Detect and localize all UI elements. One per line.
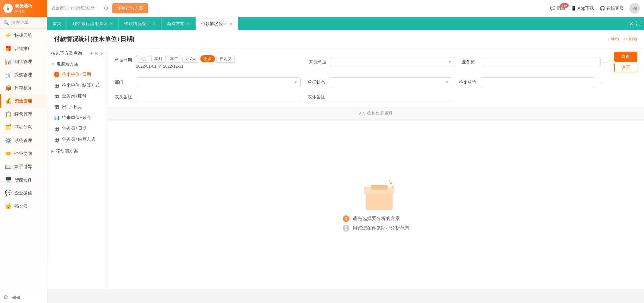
tab-cashflow-close[interactable]: ✕	[110, 21, 113, 26]
system-icon: ⚙️	[5, 137, 12, 144]
date-btn-this-year[interactable]: 本年	[167, 55, 181, 63]
header-note-input[interactable]	[136, 92, 301, 102]
empty-steps: 1 请先选择要分析的方案 2 用过滤条件来缩小分析范围	[343, 215, 409, 232]
date-btn-last-month[interactable]: 上月	[136, 55, 150, 63]
tab-close-all-icon[interactable]: ✕	[629, 21, 633, 27]
sidebar-item-label: 企业协同	[14, 151, 32, 157]
tab-new-label: 新建方案	[167, 21, 184, 27]
sidebar-item-quick-nav[interactable]: ⚡ 快捷导航	[0, 29, 47, 42]
sidebar-item-sales[interactable]: 📊 销售管理	[0, 55, 47, 68]
marketing-icon: 🎁	[5, 45, 12, 52]
query-btn[interactable]: 查询	[614, 52, 637, 62]
tab-new-scheme[interactable]: 新建方案 ✕	[162, 17, 196, 30]
date-btn-more[interactable]: 更多	[200, 55, 215, 62]
docstatus-select[interactable]: ▼	[329, 77, 452, 87]
scheme-item-staff-settle[interactable]: ▦ 业务员+结算方式	[50, 134, 108, 145]
settings-btn[interactable]: 设置	[614, 63, 637, 72]
dept-select[interactable]: ▼	[136, 77, 301, 87]
scheme-group-mobile-header[interactable]: ▶ 移动端方案	[47, 146, 108, 156]
scheme-item-unit-date[interactable]: ✓ 往来单位+日期	[50, 69, 108, 80]
sidebar-item-label: 企业微信	[14, 190, 32, 196]
message-btn[interactable]: 💬 消息 99+	[550, 5, 565, 11]
tab-receipt-stats[interactable]: 收款情况统计 ✕	[119, 17, 162, 30]
sidebar-item-ops[interactable]: 📋 经营管理	[0, 108, 47, 121]
sidebar-item-purchase[interactable]: 🛒 采购管理	[0, 68, 47, 81]
docstatus-select-arrow: ▼	[445, 80, 449, 85]
sidebar-item-system[interactable]: ⚙️ 系统管理	[0, 134, 47, 147]
staff-select[interactable]	[483, 57, 600, 67]
sidebar-item-member[interactable]: 👑 畅会员	[0, 200, 47, 213]
sidebar-item-guide[interactable]: 📖 新手引导	[0, 160, 47, 173]
svg-rect-2	[371, 185, 388, 190]
staff-ellipsis-btn[interactable]: ···	[602, 58, 608, 66]
scheme-item-staff-account[interactable]: ▦ 业务员+账号	[50, 91, 108, 101]
date-btn-this-month[interactable]: 本月	[151, 55, 166, 63]
scheme-panel-header: 按以下方案查询 + ⊙ «	[47, 50, 108, 59]
purchase-icon: 🛒	[5, 71, 12, 78]
sidebar-item-wechat[interactable]: 💬 企业微信	[0, 186, 47, 200]
tab-payment-stats[interactable]: 付款情况统计 ✕	[196, 17, 238, 30]
settings-bottom-icon[interactable]: ⚙	[3, 294, 8, 300]
sales-icon: 📊	[5, 58, 12, 65]
filter-header-note-control	[136, 92, 301, 102]
avatar-text: Rit	[632, 6, 637, 10]
scheme-add-icon[interactable]: +	[90, 51, 93, 56]
hardware-icon: 🖥️	[5, 177, 12, 183]
tab-payment-close[interactable]: ✕	[229, 21, 233, 26]
online-service-btn[interactable]: 🎧 在线客服	[599, 5, 624, 11]
collapse-sidebar-icon[interactable]: ◀◀	[11, 294, 20, 300]
logo-icon: 6	[3, 4, 13, 13]
logo-title: 畅捷通巧	[15, 3, 32, 9]
scheme-item-dept-date[interactable]: ▦ 部门+日期	[50, 101, 108, 112]
sidebar-item-hardware[interactable]: 🖥️ 智能硬件	[0, 173, 47, 186]
tab-home[interactable]: 首页	[47, 17, 67, 30]
filter-docstatus-label: 单据状态	[308, 77, 326, 85]
refresh-label: 刷新	[628, 36, 637, 42]
unit-select[interactable]	[480, 77, 596, 87]
tab-new-close[interactable]: ✕	[186, 21, 190, 26]
step-num-2: 2	[343, 225, 349, 232]
sidebar-item-capital[interactable]: 💰 资金管理	[0, 94, 47, 108]
app-download-btn[interactable]: 📱 App下载	[571, 5, 594, 11]
scheme-settings-icon[interactable]: ⊙	[95, 51, 99, 56]
filter-row-3: 表头备注 表体备注	[115, 92, 637, 102]
export-btn[interactable]: ↑ 导出	[607, 36, 620, 42]
scheme-item-staff-date[interactable]: ▦ 业务员+日期	[50, 123, 108, 134]
source-select[interactable]: ▼	[330, 57, 455, 67]
tab-cashflow[interactable]: 现金银行流水查询 ✕	[67, 17, 119, 30]
empty-step-2: 2 用过滤条件来缩小分析范围	[343, 225, 409, 232]
service-icon: 🎧	[599, 6, 605, 11]
search-label: 搜索菜单	[11, 20, 29, 26]
export-label: 导出	[611, 36, 619, 42]
filter-body-note-control	[329, 92, 452, 102]
scheme-item-unit-settle[interactable]: ▦ 往来单位+结算方式	[50, 80, 108, 91]
scheme-collapse-icon[interactable]: «	[101, 51, 104, 56]
sidebar-item-label: 经营管理	[14, 111, 32, 117]
topbar-gear-icon[interactable]: ⚙	[104, 5, 108, 11]
filter-action-btns: 查询 设置	[608, 52, 637, 72]
body-note-input[interactable]	[329, 92, 452, 102]
scheme-item-unit-account[interactable]: 📊 往来单位+账号	[50, 112, 108, 123]
sidebar-item-basic[interactable]: 🗂️ 基础信息	[0, 121, 47, 134]
date-btn-custom[interactable]: 自定义	[216, 55, 235, 63]
sidebar-item-marketing[interactable]: 🎁 营销推广	[0, 42, 47, 55]
search-menu[interactable]: 🔍 搜索菜单	[0, 17, 47, 29]
scheme-item-dept-date-label: 部门+日期	[62, 104, 82, 110]
tab-receipt-close[interactable]: ✕	[152, 21, 156, 26]
scheme-group-pc-header[interactable]: ▼ 电脑端方案	[47, 59, 108, 69]
date-btn-last-7days[interactable]: 近7天	[182, 55, 199, 63]
sidebar-logo: 6 畅捷通巧 标准版	[0, 0, 47, 17]
unit-ellipsis-btn[interactable]: ···	[598, 79, 604, 86]
scheme-icon-unit-settle: ▦	[54, 83, 59, 88]
scheme-panel: 按以下方案查询 + ⊙ « ▼ 电脑端方案	[47, 47, 108, 289]
collapse-filter-btn[interactable]: ∧∧ 收起更多条件	[108, 107, 644, 119]
filter-staff-cell: 业务员 ···	[455, 57, 608, 67]
sidebar-item-corp[interactable]: 🤝 企业协同	[0, 147, 47, 160]
user-avatar[interactable]: Rit	[629, 3, 640, 14]
refresh-btn[interactable]: ↻ 刷新	[623, 36, 637, 42]
tab-expand-icon[interactable]: ⛶	[636, 21, 641, 27]
guide-icon: 📖	[5, 163, 12, 170]
trial-btn[interactable]: 体验行业方案	[112, 3, 148, 13]
sidebar-item-inventory[interactable]: 📦 库存核算	[0, 81, 47, 94]
topbar-right: 💬 消息 99+ 📱 App下载 🎧 在线客服 Rit	[550, 3, 640, 14]
